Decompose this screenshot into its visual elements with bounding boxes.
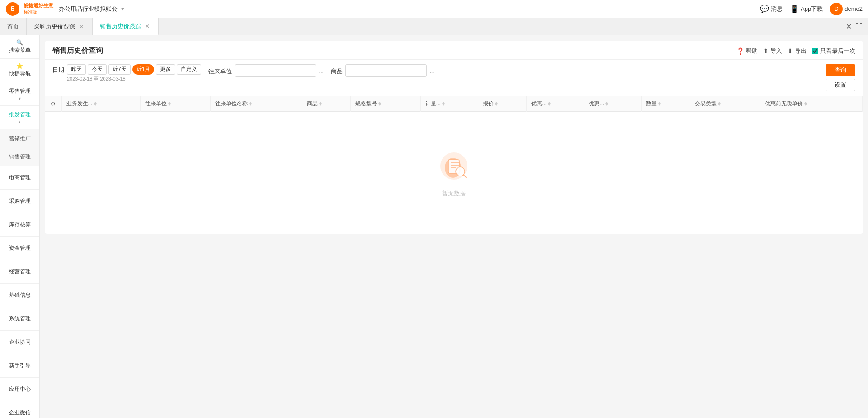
maximize-icon[interactable]: ⛶ — [855, 23, 863, 31]
product-label: 商品 — [331, 67, 343, 76]
tab-purchase-history[interactable]: 采购历史价跟踪 ✕ — [27, 18, 93, 35]
dropdown-arrow-icon[interactable]: ▾ — [121, 5, 124, 12]
main-layout: 🔍 搜索菜单 ⭐ 快捷导航 零售管理 ▾ 批发管理 ▴ 营销推广 销售管理 电商… — [0, 35, 868, 418]
custom-btn[interactable]: 自定义 — [177, 64, 201, 75]
date-range-display: 2023-02-18 至 2023-03-18 — [67, 76, 201, 82]
sidebar-item-app-center[interactable]: 应用中心 — [0, 378, 39, 401]
settings-button[interactable]: 设置 — [826, 79, 855, 91]
download-icon: 📱 — [790, 5, 799, 13]
sort-spec-icon — [378, 102, 381, 106]
sidebar-item-wholesale[interactable]: 批发管理 ▴ — [0, 106, 39, 129]
trading-partner-filter: 往来单位 ... — [208, 64, 324, 77]
column-discount2[interactable]: 优惠... — [584, 96, 642, 112]
filter-actions: 查询 设置 — [826, 64, 855, 91]
sidebar-item-basic-info[interactable]: 基础信息 — [0, 284, 39, 307]
sidebar-item-ecommerce[interactable]: 电商管理 — [0, 166, 39, 190]
sort-quantity-icon — [658, 102, 661, 106]
logo-icon: 6 — [5, 2, 20, 16]
sort-trade-type-icon — [718, 102, 721, 106]
page-header-actions: ❓ 帮助 ⬆ 导入 ⬇ 导出 只看最后一次 — [736, 47, 855, 55]
data-table: ⚙ 业务发生... 往来单位 — [45, 96, 863, 112]
column-unit[interactable]: 计量... — [420, 96, 478, 112]
sidebar-item-retail[interactable]: 零售管理 ▾ — [0, 82, 39, 106]
header-center: 办公用品行业模拟账套 ▾ — [53, 5, 760, 13]
empty-state: 暂无数据 — [45, 112, 863, 234]
logo-text: 畅捷通好生意 标准版 — [24, 2, 53, 15]
sidebar-item-operations[interactable]: 经营管理 — [0, 260, 39, 284]
import-button[interactable]: ⬆ 导入 — [763, 47, 782, 55]
column-partner-code[interactable]: 往来单位 — [141, 96, 211, 112]
sidebar-item-purchase[interactable]: 采购管理 — [0, 190, 39, 213]
column-discount1[interactable]: 优惠... — [527, 96, 584, 112]
user-menu[interactable]: D demo2 — [830, 3, 863, 15]
sort-partner-name-icon — [249, 102, 252, 106]
product-dots[interactable]: ... — [429, 67, 434, 74]
date-filter-label: 日期 — [52, 66, 64, 74]
sidebar-search-icon: 🔍 — [16, 39, 23, 46]
header-right: 💬 消息 📱 App下载 D demo2 — [760, 3, 863, 15]
tab-purchase-close-icon[interactable]: ✕ — [78, 23, 85, 30]
more-btn[interactable]: 更多 — [156, 64, 175, 75]
sort-partner-code-icon — [168, 102, 171, 106]
sidebar-item-sales-mgmt[interactable]: 销售管理 — [0, 147, 39, 166]
last-record-checkbox[interactable] — [812, 48, 818, 54]
sidebar-item-marketing[interactable]: 营销推广 — [0, 129, 39, 147]
import-icon: ⬆ — [763, 48, 769, 55]
product-input[interactable] — [345, 64, 427, 77]
column-quoted-price[interactable]: 报价 — [478, 96, 526, 112]
column-product[interactable]: 商品 — [302, 96, 350, 112]
sidebar-item-wechat[interactable]: 企业微信 — [0, 401, 39, 418]
sidebar-item-search[interactable]: 🔍 搜索菜单 — [0, 35, 39, 59]
top-header: 6 畅捷通好生意 标准版 办公用品行业模拟账套 ▾ 💬 消息 📱 App下载 D… — [0, 0, 868, 18]
sidebar-item-shortcut[interactable]: ⭐ 快捷导航 — [0, 59, 39, 82]
help-button[interactable]: ❓ 帮助 — [736, 47, 758, 55]
sidebar-item-finance[interactable]: 资金管理 — [0, 237, 39, 260]
sidebar-item-guide[interactable]: 新手引导 — [0, 354, 39, 378]
sidebar-item-inventory[interactable]: 库存核算 — [0, 213, 39, 237]
export-button[interactable]: ⬇ 导出 — [788, 47, 807, 55]
product-filter: 商品 ... — [331, 64, 434, 77]
tab-sales-close-icon[interactable]: ✕ — [144, 23, 151, 30]
today-btn[interactable]: 今天 — [88, 64, 107, 75]
app-download-button[interactable]: 📱 App下载 — [790, 5, 823, 13]
trading-partner-dots[interactable]: ... — [319, 67, 324, 74]
trading-partner-input[interactable] — [235, 64, 316, 77]
column-trade-type[interactable]: 交易类型 — [690, 96, 760, 112]
column-spec[interactable]: 规格型号 — [350, 96, 420, 112]
avatar: D — [830, 3, 843, 15]
column-partner-name[interactable]: 往来单位名称 — [211, 96, 302, 112]
column-gear[interactable]: ⚙ — [45, 96, 61, 112]
table-wrapper: ⚙ 业务发生... 往来单位 — [45, 96, 863, 234]
sort-business-date-icon — [94, 102, 97, 106]
last1month-btn[interactable]: 近1月 — [132, 64, 155, 75]
message-button[interactable]: 💬 消息 — [760, 5, 783, 13]
page-header: 销售历史价查询 ❓ 帮助 ⬆ 导入 ⬇ 导出 — [45, 41, 863, 60]
column-pre-tax-price[interactable]: 优惠前无税单价 — [760, 96, 862, 112]
retail-arrow-icon: ▾ — [19, 96, 21, 101]
sidebar-section-wholesale: 营销推广 销售管理 — [0, 129, 39, 166]
last-record-checkbox-wrapper: 只看最后一次 — [812, 47, 855, 55]
svg-line-9 — [463, 175, 466, 177]
sidebar-shortcut-icon: ⭐ — [16, 63, 23, 69]
svg-text:6: 6 — [11, 5, 15, 13]
last7days-btn[interactable]: 近7天 — [108, 64, 131, 75]
empty-text: 暂无数据 — [442, 190, 466, 198]
tab-bar-right: ✕ ⛶ — [846, 22, 868, 31]
content-area: 销售历史价查询 ❓ 帮助 ⬆ 导入 ⬇ 导出 — [40, 35, 868, 418]
sidebar-item-system[interactable]: 系统管理 — [0, 307, 39, 331]
page-card: 销售历史价查询 ❓ 帮助 ⬆ 导入 ⬇ 导出 — [45, 41, 863, 234]
yesterday-btn[interactable]: 昨天 — [67, 64, 86, 75]
empty-state-icon — [436, 148, 472, 184]
column-quantity[interactable]: 数量 — [642, 96, 690, 112]
sidebar-item-enterprise[interactable]: 企业协同 — [0, 331, 39, 354]
query-button[interactable]: 查询 — [826, 64, 855, 76]
tab-home[interactable]: 首页 — [0, 18, 27, 35]
close-window-icon[interactable]: ✕ — [846, 22, 852, 31]
app-name: 办公用品行业模拟账套 — [59, 5, 118, 13]
column-business-date[interactable]: 业务发生... — [61, 96, 141, 112]
tab-sales-history[interactable]: 销售历史价跟踪 ✕ — [93, 18, 159, 35]
message-icon: 💬 — [760, 5, 769, 13]
sort-quoted-price-icon — [495, 102, 498, 106]
date-buttons: 昨天 今天 近7天 近1月 更多 自定义 — [67, 64, 201, 75]
sort-discount2-icon — [605, 102, 608, 106]
